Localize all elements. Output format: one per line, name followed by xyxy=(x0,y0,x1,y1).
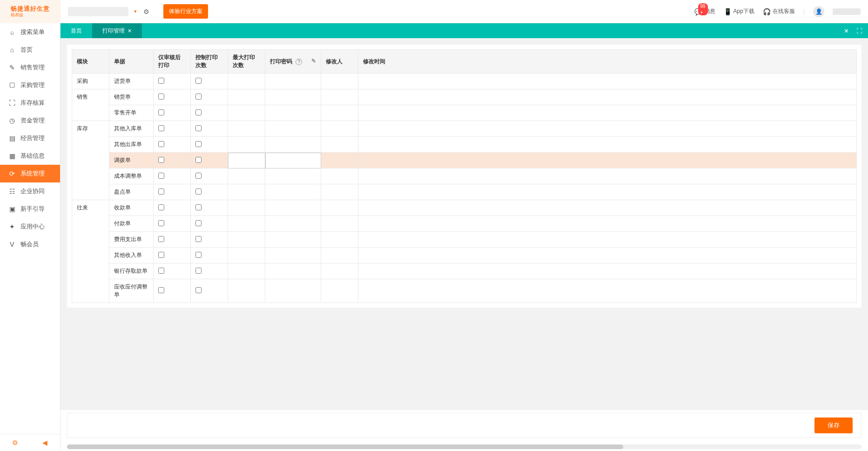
audit-checkbox[interactable] xyxy=(158,109,164,115)
pwd-cell[interactable] xyxy=(265,153,321,168)
chevron-down-icon[interactable]: ▾ xyxy=(134,8,137,14)
company-selector[interactable]: ▾ ⚙ xyxy=(61,7,157,16)
sidebar-item-2[interactable]: ✎销售管理 xyxy=(0,59,60,76)
column-module: 模块 xyxy=(72,50,109,74)
audit-checkbox[interactable] xyxy=(158,252,164,258)
control-checkbox[interactable] xyxy=(195,287,202,293)
time-cell xyxy=(358,168,857,184)
document-cell: 销货单 xyxy=(109,89,154,105)
audit-checkbox[interactable] xyxy=(158,268,164,274)
module-cell: 采购 xyxy=(72,74,109,89)
control-checkbox[interactable] xyxy=(195,109,202,115)
audit-checkbox[interactable] xyxy=(158,94,164,100)
time-cell xyxy=(358,216,857,232)
sidebar-item-label: 资金管理 xyxy=(20,116,45,125)
control-checkbox[interactable] xyxy=(195,94,202,100)
control-checkbox[interactable] xyxy=(195,125,202,131)
control-checkbox[interactable] xyxy=(195,141,202,147)
audit-checkbox[interactable] xyxy=(158,125,164,131)
pwd-cell xyxy=(265,89,321,105)
control-checkbox[interactable] xyxy=(195,252,202,258)
max-cell xyxy=(228,184,265,200)
control-checkbox[interactable] xyxy=(195,268,202,274)
sidebar-item-11[interactable]: ✦应用中心 xyxy=(0,218,60,236)
column-modify-time: 修改时间 xyxy=(358,50,857,74)
control-cell xyxy=(191,168,228,184)
user-cell xyxy=(321,216,358,232)
control-checkbox[interactable] xyxy=(195,204,202,210)
sidebar-item-4[interactable]: ⛶库存核算 xyxy=(0,94,60,112)
audit-checkbox[interactable] xyxy=(158,141,164,147)
username-placeholder[interactable] xyxy=(833,8,861,15)
column-print-password: 打印密码 ? ✎ xyxy=(265,50,321,74)
control-checkbox[interactable] xyxy=(195,78,202,84)
sidebar-item-6[interactable]: ▤经营管理 xyxy=(0,129,60,147)
control-cell xyxy=(191,279,228,303)
sidebar-item-9[interactable]: ☷企业协同 xyxy=(0,182,60,200)
sidebar-item-7[interactable]: ▦基础信息 xyxy=(0,147,60,165)
sidebar-item-1[interactable]: ⌂首页 xyxy=(0,41,60,59)
table-row: 其他出库单 xyxy=(72,137,857,153)
document-cell: 调拨单 xyxy=(109,153,154,168)
sidebar-item-8[interactable]: ⟳系统管理 xyxy=(0,165,60,182)
table-row: 银行存取款单 xyxy=(72,263,857,279)
save-button[interactable]: 保存 xyxy=(814,417,853,433)
sidebar-item-0[interactable]: ⌕搜索菜单 xyxy=(0,23,60,41)
sidebar-item-icon: ⟳ xyxy=(8,170,16,177)
sidebar-item-label: 搜索菜单 xyxy=(20,28,45,36)
sidebar-item-3[interactable]: ☐采购管理 xyxy=(0,76,60,94)
control-checkbox[interactable] xyxy=(195,188,202,195)
gear-icon[interactable]: ⚙ xyxy=(143,8,149,15)
control-cell xyxy=(191,232,228,248)
document-cell: 付款单 xyxy=(109,216,154,232)
tab-0[interactable]: 首页 xyxy=(61,23,92,38)
messages-link[interactable]: 💬 消息 xyxy=(694,7,715,15)
online-service-link[interactable]: 🎧 在线客服 xyxy=(763,7,795,15)
tab-1[interactable]: 打印管理✕ xyxy=(92,23,142,38)
document-cell: 费用支出单 xyxy=(109,232,154,248)
experience-plan-button[interactable]: 体验行业方案 xyxy=(163,4,208,19)
sidebar-item-10[interactable]: ▣新手引导 xyxy=(0,200,60,218)
sidebar-item-icon: ▤ xyxy=(8,135,16,142)
tabbar: 首页打印管理✕ ✕ ⛶ xyxy=(61,23,868,38)
sidebar-item-5[interactable]: ◷资金管理 xyxy=(0,112,60,129)
document-cell: 应收应付调整单 xyxy=(109,279,154,303)
audit-checkbox[interactable] xyxy=(158,220,164,226)
audit-checkbox[interactable] xyxy=(158,287,164,293)
user-cell xyxy=(321,279,358,303)
control-checkbox[interactable] xyxy=(195,220,202,226)
time-cell xyxy=(358,184,857,200)
control-cell xyxy=(191,121,228,137)
sidebar-item-label: 应用中心 xyxy=(20,222,45,231)
logo-text: 畅捷通好生意 xyxy=(11,5,50,12)
audit-checkbox[interactable] xyxy=(158,188,164,195)
avatar[interactable]: 👤 xyxy=(813,6,824,17)
fullscreen-button[interactable]: ⛶ xyxy=(855,26,864,36)
help-icon[interactable]: ? xyxy=(296,59,302,65)
app-download-link[interactable]: 📱 App下载 xyxy=(724,7,754,15)
audit-checkbox[interactable] xyxy=(158,78,164,84)
audit-checkbox[interactable] xyxy=(158,204,164,210)
user-cell xyxy=(321,74,358,89)
table-row: 盘点单 xyxy=(72,184,857,200)
control-checkbox[interactable] xyxy=(195,236,202,242)
collapse-sidebar-button[interactable]: ◀ xyxy=(30,434,61,451)
horizontal-scrollbar[interactable] xyxy=(67,444,861,449)
sidebar-item-12[interactable]: V畅会员 xyxy=(0,236,60,253)
close-icon[interactable]: ✕ xyxy=(128,28,132,34)
user-cell xyxy=(321,248,358,263)
max-cell[interactable] xyxy=(228,153,265,168)
close-tab-button[interactable]: ✕ xyxy=(842,26,851,36)
control-checkbox[interactable] xyxy=(195,173,202,179)
table-row: 费用支出单 xyxy=(72,232,857,248)
audit-checkbox[interactable] xyxy=(158,157,164,163)
edit-icon[interactable]: ✎ xyxy=(311,58,316,64)
sidebar-item-label: 新手引导 xyxy=(20,205,45,213)
control-checkbox[interactable] xyxy=(195,157,202,163)
audit-cell xyxy=(154,232,191,248)
audit-checkbox[interactable] xyxy=(158,173,164,179)
settings-button[interactable]: ⚙ xyxy=(0,434,30,451)
audit-checkbox[interactable] xyxy=(158,236,164,242)
online-service-label: 在线客服 xyxy=(773,7,795,15)
sidebar-item-icon: ◷ xyxy=(8,117,16,124)
